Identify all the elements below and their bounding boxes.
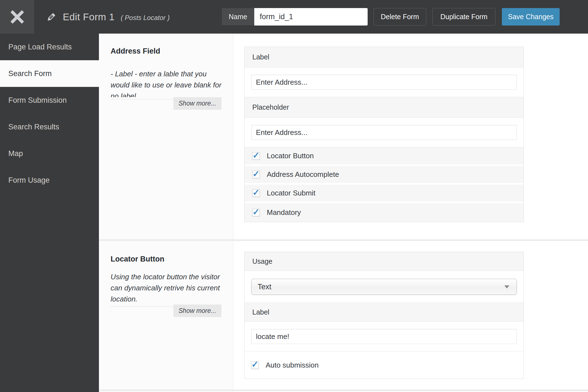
check-icon: ✓ xyxy=(253,151,260,160)
usage-header-row: Usage xyxy=(245,252,524,271)
truncation-rule xyxy=(111,306,173,307)
placeholder-header-row: Placeholder xyxy=(245,97,524,118)
form-name-group: Name xyxy=(222,8,368,26)
auto-submission-checkbox[interactable]: ✓ xyxy=(251,361,259,369)
page-subtitle: ( Posts Locator ) xyxy=(121,12,170,22)
auto-submission-checkbox-label[interactable]: Auto submission xyxy=(266,361,319,370)
address-autocomplete-checkbox-row: ✓ Address Autocomplete xyxy=(245,166,524,185)
address-field-show-more-button[interactable]: Show more... xyxy=(173,97,222,110)
sidebar-item-search-form[interactable]: Search Form xyxy=(0,60,99,87)
mandatory-checkbox[interactable]: ✓ xyxy=(252,209,260,216)
auto-submission-checkbox-row: ✓ Auto submission xyxy=(245,351,524,379)
locator-button-description-block: Locator Button Using the locator button … xyxy=(99,255,233,317)
address-placeholder-input[interactable] xyxy=(251,125,517,140)
sidebar: Page Load Results Search Form Form Submi… xyxy=(0,34,99,392)
locator-button-show-more-button[interactable]: Show more... xyxy=(173,305,222,317)
sidebar-item-form-usage[interactable]: Form Usage xyxy=(0,167,99,194)
usage-selected-value: Text xyxy=(258,283,271,291)
address-autocomplete-checkbox[interactable]: ✓ xyxy=(252,171,260,178)
topbar: Edit Form 1 ( Posts Locator ) Name Delet… xyxy=(0,0,588,34)
check-icon: ✓ xyxy=(253,188,260,197)
sidebar-item-search-results[interactable]: Search Results xyxy=(0,114,99,140)
locator-submit-checkbox[interactable]: ✓ xyxy=(252,189,260,197)
sidebar-item-page-load-results[interactable]: Page Load Results xyxy=(0,34,99,60)
bottom-divider xyxy=(99,390,588,391)
show-more-row: Show more... xyxy=(111,97,221,110)
locator-button-checkbox-label[interactable]: Locator Button xyxy=(267,152,314,160)
show-more-row: Show more... xyxy=(111,305,221,317)
form-name-label: Name xyxy=(222,8,254,26)
close-icon xyxy=(10,9,25,24)
label-input-row xyxy=(245,67,524,97)
sidebar-item-map[interactable]: Map xyxy=(0,140,99,167)
locator-button-heading: Locator Button xyxy=(111,255,221,263)
address-field-heading: Address Field xyxy=(111,47,221,56)
title-wrap: Edit Form 1 ( Posts Locator ) xyxy=(46,0,170,34)
locator-button-panel: Usage Text Label ✓ Auto submission xyxy=(244,252,524,379)
chevron-down-icon xyxy=(504,285,509,288)
edit-pencil-icon xyxy=(46,12,57,22)
check-icon: ✓ xyxy=(253,208,260,216)
mandatory-checkbox-row: ✓ Mandatory xyxy=(245,203,524,222)
address-field-description-block: Address Field - Label - enter a lable th… xyxy=(99,47,233,110)
form-name-input[interactable] xyxy=(254,8,368,26)
address-label-input[interactable] xyxy=(251,75,517,90)
locator-button-description: Using the locator button the visitor can… xyxy=(111,271,221,305)
address-field-panel: Label Placeholder ✓ Locator Button ✓ Add… xyxy=(244,47,524,222)
duplicate-form-button[interactable]: Duplicate Form xyxy=(432,8,495,26)
locator-label-header-row: Label xyxy=(245,303,524,322)
locator-submit-checkbox-row: ✓ Locator Submit xyxy=(245,185,524,203)
usage-header: Usage xyxy=(252,257,272,265)
usage-select[interactable]: Text xyxy=(251,279,517,295)
placeholder-input-row xyxy=(245,118,524,147)
locator-label-input[interactable] xyxy=(251,329,517,344)
label-header-row: Label xyxy=(245,47,524,67)
sidebar-item-form-submission[interactable]: Form Submission xyxy=(0,87,99,114)
locator-button-checkbox[interactable]: ✓ xyxy=(252,152,260,160)
truncation-rule xyxy=(111,99,173,99)
close-button[interactable] xyxy=(0,0,34,34)
locator-button-checkbox-row: ✓ Locator Button xyxy=(245,147,524,166)
check-icon: ✓ xyxy=(251,360,259,369)
form-editor-page: Edit Form 1 ( Posts Locator ) Name Delet… xyxy=(0,0,588,392)
label-header: Label xyxy=(252,53,269,61)
locator-label-input-row xyxy=(245,322,524,351)
mandatory-checkbox-label[interactable]: Mandatory xyxy=(267,208,301,217)
placeholder-header: Placeholder xyxy=(252,103,289,111)
delete-form-button[interactable]: Delete Form xyxy=(373,8,426,26)
section-divider xyxy=(99,239,588,241)
check-icon: ✓ xyxy=(253,170,260,178)
address-autocomplete-checkbox-label[interactable]: Address Autocomplete xyxy=(267,170,339,179)
usage-select-row: Text xyxy=(245,271,524,303)
page-title: Edit Form 1 xyxy=(63,11,114,22)
main-content: Address Field - Label - enter a lable th… xyxy=(99,34,588,392)
locator-label-header: Label xyxy=(252,308,269,316)
locator-submit-checkbox-label[interactable]: Locator Submit xyxy=(267,189,315,197)
save-changes-button[interactable]: Save Changes xyxy=(502,8,560,26)
address-field-description: - Label - enter a lable that you would l… xyxy=(111,68,221,97)
